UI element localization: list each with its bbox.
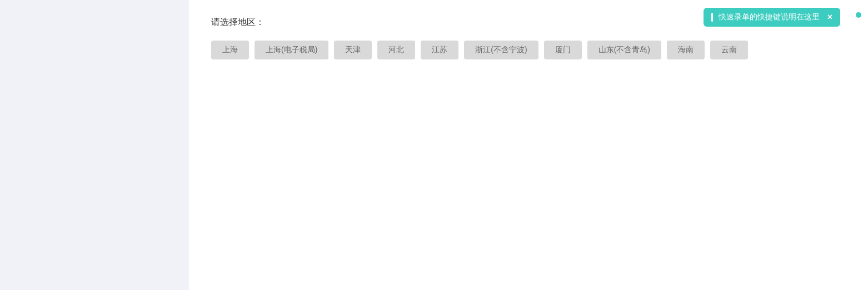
- tooltip-bar: 快速录单的快捷键说明在这里 ×: [704, 8, 840, 27]
- region-buttons: 上海上海(电子税局)天津河北江苏浙江(不含宁波)厦门山东(不含青岛)海南云南: [211, 41, 851, 59]
- region-button-shandong[interactable]: 山东(不含青岛): [587, 41, 661, 59]
- region-button-zhejiang[interactable]: 浙江(不含宁波): [464, 41, 538, 59]
- region-button-hainan[interactable]: 海南: [667, 41, 705, 59]
- sidebar: [0, 0, 189, 290]
- region-button-xiamen[interactable]: 厦门: [544, 41, 582, 59]
- region-button-hebei[interactable]: 河北: [377, 41, 415, 59]
- tooltip-dot: [856, 12, 861, 18]
- region-button-shanghai[interactable]: 上海: [211, 41, 249, 59]
- region-button-tianjin[interactable]: 天津: [334, 41, 372, 59]
- tooltip-bar-line: [711, 13, 713, 22]
- region-button-shanghai-etax[interactable]: 上海(电子税局): [255, 41, 328, 59]
- main-content: 快速录单的快捷键说明在这里 × 请选择地区： 上海上海(电子税局)天津河北江苏浙…: [189, 0, 868, 290]
- region-button-yunnan[interactable]: 云南: [710, 41, 748, 59]
- region-button-jiangsu[interactable]: 江苏: [421, 41, 458, 59]
- tooltip-close-button[interactable]: ×: [827, 13, 832, 22]
- tooltip-text: 快速录单的快捷键说明在这里: [719, 12, 820, 22]
